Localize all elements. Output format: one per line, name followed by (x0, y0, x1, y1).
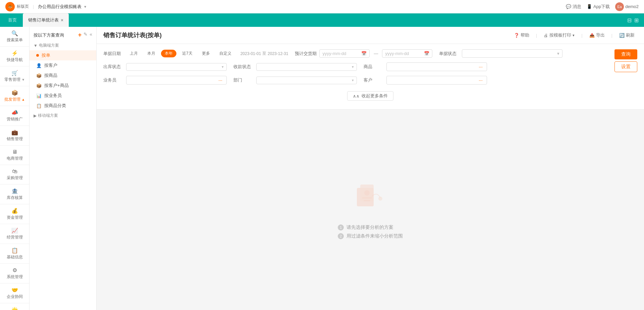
ship-status-select[interactable]: ▾ (126, 63, 227, 71)
sales-label: 销售管理 (7, 137, 23, 141)
sidebar-item-search-menu[interactable]: 🔍 搜索菜单 (0, 27, 29, 47)
message-label: 消息 (573, 4, 581, 10)
help-button[interactable]: ❓ 帮助 (511, 31, 532, 40)
shortcut-more[interactable]: 更多 (198, 50, 214, 57)
edit-scheme-button[interactable]: ✎ (84, 32, 88, 39)
hint-num-2: 2 (338, 233, 344, 239)
expected-date-to-input[interactable]: yyyy-mm-dd 📅 (382, 49, 432, 58)
tree-item-by-cust-goods[interactable]: 📦 按客户+商品 (30, 81, 96, 91)
sidebar-item-sales-mgmt[interactable]: 💼 销售管理 (0, 126, 29, 146)
maximize-icon[interactable]: ⊞ (634, 17, 639, 23)
sidebar-item-ecommerce[interactable]: 🖥 电商管理 (0, 146, 29, 165)
system-icon: ⚙ (0, 267, 29, 273)
right-main: 销售订单统计表(按单) ❓ 帮助 | 🖨 按模板打印 ▾ | 📤 (97, 27, 644, 310)
page-title: 销售订单统计表(按单) (103, 31, 162, 39)
system-label: 系统管理 (7, 274, 23, 279)
shortcut-custom[interactable]: 自定义 (216, 50, 235, 57)
sidebar-item-enterprise[interactable]: 🤝 企业协同 (0, 283, 29, 303)
user-label: demo2 (625, 4, 639, 9)
logo-text: 🐯 (8, 5, 12, 8)
empty-hint-1: 1 请先选择要分析的方案 (338, 224, 403, 230)
by-customer-icon: 👤 (36, 63, 42, 68)
user-initial: Ea (618, 5, 622, 9)
salesman-input[interactable]: ··· (126, 76, 227, 85)
ops-label: 经营管理 (7, 235, 23, 240)
sidebar-item-marketing[interactable]: 📣 营销推广 (0, 106, 29, 126)
message-button[interactable]: 💬 消息 (566, 4, 581, 10)
app-download-button[interactable]: 📱 App下载 (587, 4, 610, 10)
sidebar-item-system[interactable]: ⚙ 系统管理 (0, 264, 29, 283)
refresh-button[interactable]: 🔄 刷新 (616, 31, 637, 40)
order-status-label: 单据状态 (439, 51, 459, 57)
order-status-select[interactable]: ▾ (462, 49, 562, 58)
print-template-button[interactable]: 🖨 按模板打印 ▾ (541, 31, 577, 40)
purchase-label: 采购管理 (7, 175, 23, 180)
sales-icon: 💼 (0, 129, 29, 136)
basic-icon: 📋 (0, 247, 29, 254)
purchase-icon: 🛍 (0, 168, 29, 174)
tab-home[interactable]: 首页 (3, 13, 22, 27)
content-area: 按以下方案查询 + ✎ « ▼ 电脑端方案 按单 👤 按客户 (30, 27, 644, 310)
dept-select[interactable]: ▾ (256, 76, 357, 84)
minimize-icon[interactable]: ⊟ (627, 17, 632, 23)
sidebar-item-basic-info[interactable]: 📋 基础信息 (0, 244, 29, 264)
pay-status-select[interactable]: ▾ (256, 63, 357, 71)
salesman-ellipsis-button[interactable]: ··· (217, 78, 224, 83)
tree-group-desktop[interactable]: ▼ 电脑端方案 (30, 41, 96, 50)
sidebar-item-wholesale-mgmt[interactable]: 📦 批发管理 ▲ (0, 86, 29, 106)
date-shortcuts: 上月 本月 本年 近7天 更多 自定义 (126, 50, 235, 57)
shortcut-this-year[interactable]: 本年 (161, 50, 176, 57)
query-button[interactable]: 查询 (614, 49, 637, 59)
collapse-icon: ∧∧ (353, 94, 360, 99)
filter-ship-status: 出库状态 ▾ (103, 63, 227, 71)
by-salesman-icon: 📊 (36, 93, 42, 98)
pay-status-chevron: ▾ (352, 65, 354, 69)
expected-date-from-input[interactable]: yyyy-mm-dd 📅 (319, 49, 370, 58)
tree-item-by-salesman[interactable]: 📊 按业务员 (30, 91, 96, 101)
beginner-icon: 🌟 (0, 307, 29, 310)
tab-sales-order[interactable]: 销售订单统计表 × (23, 13, 69, 27)
date-from-display: 2023-01-01 (240, 51, 261, 56)
breadcrumb-dropdown-icon[interactable]: ▾ (84, 4, 86, 9)
tab-close-icon[interactable]: × (61, 17, 63, 23)
collapse-label: 收起更多条件 (362, 93, 388, 99)
sidebar-item-quick-nav[interactable]: ⚡ 快捷导航 (0, 47, 29, 66)
refresh-label: 刷新 (626, 32, 635, 38)
user-profile[interactable]: Ea demo2 (615, 2, 639, 11)
export-button[interactable]: 📤 导出 (587, 31, 607, 40)
sidebar-item-operations[interactable]: 📈 经营管理 (0, 224, 29, 244)
sidebar-item-retail-mgmt[interactable]: 🛒 零售管理 ▼ (0, 66, 29, 86)
nav-tab-actions: ⊟ ⊞ (627, 13, 641, 27)
goods-label: 商品 (364, 64, 384, 70)
goods-input[interactable]: ··· (386, 62, 487, 71)
page-actions: ❓ 帮助 | 🖨 按模板打印 ▾ | 📤 导出 | (511, 31, 637, 40)
sidebar-item-beginner[interactable]: 🌟 新手引导 (0, 303, 29, 310)
ecommerce-icon: 🖥 (0, 149, 29, 155)
tree-group-arrow-mobile: ▶ (34, 113, 37, 118)
tree-item-by-goods-cat[interactable]: 📋 按商品分类 (30, 101, 96, 111)
customer-input[interactable]: ··· (386, 76, 487, 85)
sidebar-item-finance[interactable]: 💰 资金管理 (0, 204, 29, 224)
print-icon: 🖨 (544, 33, 548, 38)
tree-item-by-customer[interactable]: 👤 按客户 (30, 60, 96, 70)
shortcut-this-month[interactable]: 本月 (144, 50, 159, 57)
collapse-panel-button[interactable]: « (90, 32, 92, 39)
refresh-icon: 🔄 (619, 33, 625, 38)
setting-button[interactable]: 设置 (614, 61, 637, 72)
goods-ellipsis-button[interactable]: ··· (477, 64, 484, 69)
app-title: 办公用品行业模拟账表 (38, 4, 82, 10)
enterprise-icon: 🤝 (0, 287, 29, 293)
customer-ellipsis-button[interactable]: ··· (477, 78, 484, 83)
sidebar-item-purchase[interactable]: 🛍 采购管理 (0, 165, 29, 185)
finance-icon: 💰 (0, 208, 29, 214)
shortcut-last-month[interactable]: 上月 (126, 50, 142, 57)
add-scheme-button[interactable]: + (78, 32, 82, 39)
tree-item-by-order[interactable]: 按单 (30, 50, 96, 60)
top-bar: 🐯 标版页 | 办公用品行业模拟账表 ▾ 💬 消息 📱 App下载 Ea dem… (0, 0, 644, 13)
sidebar-item-inventory[interactable]: 🏦 库存核算 (0, 185, 29, 204)
by-cust-goods-label: 按客户+商品 (44, 83, 69, 89)
collapse-more-button[interactable]: ∧∧ 收起更多条件 (347, 91, 393, 101)
shortcut-7-days[interactable]: 近7天 (178, 50, 196, 57)
tree-item-by-goods[interactable]: 📦 按商品 (30, 70, 96, 81)
tree-group-mobile[interactable]: ▶ 移动端方案 (30, 111, 96, 120)
